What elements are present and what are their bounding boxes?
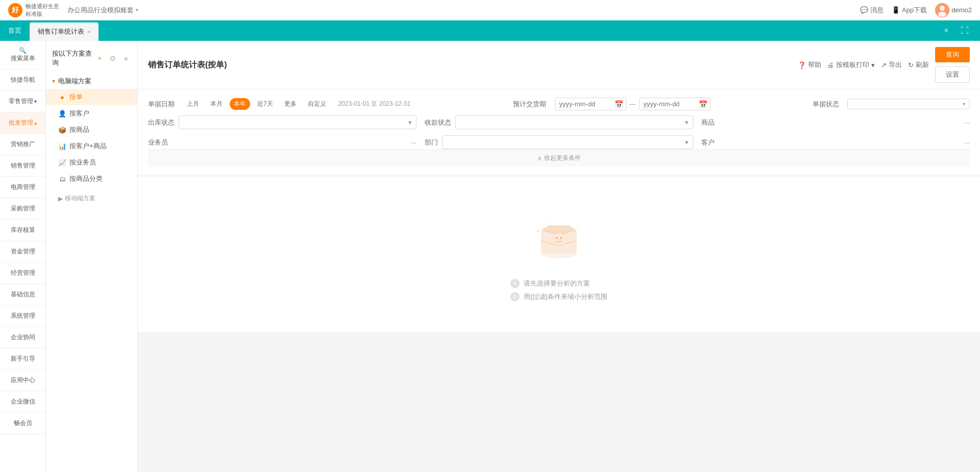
department-select[interactable]: ▾ xyxy=(442,135,693,149)
add-scheme-btn[interactable]: ＋ xyxy=(94,53,105,63)
sidebar-item-retail[interactable]: 零售管理 ▾ xyxy=(0,91,45,112)
panel-item-by-customer-product[interactable]: 📊 按客户+商品 xyxy=(46,138,137,154)
wholesale-arrow-icon: ▴ xyxy=(34,120,37,126)
outbound-label: 出库状态 xyxy=(148,118,175,127)
app-download-action[interactable]: 📱 App下载 xyxy=(892,6,927,15)
tab-close-btn[interactable]: × xyxy=(87,29,90,35)
section-expand-icon: ▾ xyxy=(52,78,55,85)
sidebar-item-enterprise[interactable]: 企业协同 xyxy=(0,327,45,348)
phone-icon: 📱 xyxy=(892,6,900,14)
print-icon: 🖨 xyxy=(827,61,834,69)
panel-item-by-order[interactable]: ● 按单 xyxy=(46,89,137,105)
tab-sales-order[interactable]: 销售订单统计表 × xyxy=(30,22,99,41)
by-staff-icon: 📈 xyxy=(58,158,66,167)
user-avatar xyxy=(935,3,949,17)
date-btn-more[interactable]: 更多 xyxy=(280,98,301,110)
query-action-group: 查询 设置 xyxy=(935,47,970,83)
collapse-panel-btn[interactable]: « xyxy=(121,53,131,63)
left-panel-actions: ＋ ⊙ « xyxy=(94,53,131,63)
date-btn-custom[interactable]: 自定义 xyxy=(304,98,330,110)
date-label: 单据日期 xyxy=(148,100,177,109)
panel-item-by-staff[interactable]: 📈 按业务员 xyxy=(46,154,137,171)
tab-expand-icon[interactable]: ⛶ xyxy=(958,23,972,38)
left-panel-header: 按以下方案查询 ＋ ⊙ « xyxy=(46,45,137,72)
desktop-section-header[interactable]: ▾ 电脑端方案 xyxy=(46,74,137,89)
by-category-icon: 🗂 xyxy=(58,175,66,183)
main-content: 销售订单统计表(按单) ❓ 帮助 🖨 按模板打印 ▾ ↗ 导出 ↻ 刷新 xyxy=(138,41,980,472)
filter-area: 单据日期 上月 本月 本年 近7天 更多 自定义 2023-01-01 至 20… xyxy=(138,89,980,175)
tab-bar: 首页 销售订单统计表 × × ⛶ xyxy=(0,20,980,41)
filter-customer: 客户 ··· xyxy=(701,135,970,149)
sidebar-item-marketing[interactable]: 营销推广 xyxy=(0,134,45,155)
customer-more-icon[interactable]: ··· xyxy=(964,138,970,147)
sidebar-item-inventory[interactable]: 库存核算 xyxy=(0,220,45,241)
svg-text:✦: ✦ xyxy=(544,220,546,223)
sidebar-item-wholesale[interactable]: 批发管理 ▴ xyxy=(0,112,45,134)
logo-area: 好 畅捷通好生意 标准版 xyxy=(8,3,59,17)
header-actions: ❓ 帮助 🖨 按模板打印 ▾ ↗ 导出 ↻ 刷新 查询 xyxy=(798,47,970,83)
tab-home[interactable]: 首页 xyxy=(0,20,30,41)
staff-more-icon[interactable]: ··· xyxy=(410,138,416,147)
collection-select[interactable]: ▾ xyxy=(455,115,693,129)
tab-bar-actions: × ⛶ xyxy=(939,23,980,38)
workspace-selector[interactable]: 办公用品行业模拟账套 ▾ xyxy=(63,6,142,15)
panel-item-by-product[interactable]: 📦 按商品 xyxy=(46,122,137,138)
top-bar: 好 畅捷通好生意 标准版 办公用品行业模拟账套 ▾ 💬 消息 📱 App下载 xyxy=(0,0,980,20)
collection-label: 收款状态 xyxy=(425,118,451,127)
delivery-date-group: 📅 — 📅 xyxy=(555,98,710,110)
sidebar-item-system[interactable]: 系统管理 xyxy=(0,305,45,327)
sidebar-item-basic[interactable]: 基础信息 xyxy=(0,284,45,305)
date-btn-this-month[interactable]: 本月 xyxy=(206,98,227,110)
user-area[interactable]: demo2 xyxy=(935,3,972,17)
order-status-label: 单据状态 xyxy=(813,100,841,109)
calendar-end-icon[interactable]: 📅 xyxy=(699,100,707,108)
export-btn[interactable]: ↗ 导出 xyxy=(881,60,902,69)
logo-text: 畅捷通好生意 标准版 xyxy=(26,3,59,17)
delivery-label: 预计交货期 xyxy=(513,100,549,109)
panel-item-by-category[interactable]: 🗂 按商品分类 xyxy=(46,171,137,187)
query-button[interactable]: 查询 xyxy=(935,47,970,62)
sidebar-item-newuser[interactable]: 新手引导 xyxy=(0,348,45,370)
top-bar-right: 💬 消息 📱 App下载 demo2 xyxy=(860,3,972,17)
help-btn[interactable]: ❓ 帮助 xyxy=(798,60,821,69)
sidebar-item-wechat[interactable]: 企业微信 xyxy=(0,391,45,413)
settings-scheme-btn[interactable]: ⊙ xyxy=(108,53,118,63)
template-print-btn[interactable]: 🖨 按模板打印 ▾ xyxy=(827,60,875,69)
main-layout: 🔍 搜索菜单 快捷导航 零售管理 ▾ 批发管理 ▴ 营销推广 销售管理 电商管理… xyxy=(0,41,980,472)
delivery-date-end: 📅 xyxy=(639,98,710,110)
collapse-bar[interactable]: ∧ 收起更多条件 xyxy=(148,149,970,167)
sidebar: 🔍 搜索菜单 快捷导航 零售管理 ▾ 批发管理 ▴ 营销推广 销售管理 电商管理… xyxy=(0,41,46,472)
sidebar-search[interactable]: 🔍 搜索菜单 xyxy=(0,41,45,69)
settings-button[interactable]: 设置 xyxy=(935,66,970,83)
by-customer-icon: 👤 xyxy=(58,109,66,117)
date-btn-7days[interactable]: 近7天 xyxy=(253,98,277,110)
sidebar-item-ecommerce[interactable]: 电商管理 xyxy=(0,177,45,198)
sidebar-item-purchase[interactable]: 采购管理 xyxy=(0,198,45,220)
date-btn-last-month[interactable]: 上月 xyxy=(183,98,203,110)
refresh-btn[interactable]: ↻ 刷新 xyxy=(908,60,929,69)
left-panel: 按以下方案查询 ＋ ⊙ « ▾ 电脑端方案 ● 按单 👤 按客户 📦 按商 xyxy=(46,41,138,472)
calendar-start-icon[interactable]: 📅 xyxy=(615,100,623,108)
message-action[interactable]: 💬 消息 xyxy=(860,6,884,15)
outbound-select[interactable]: ▾ xyxy=(179,115,416,129)
sidebar-item-appcenter[interactable]: 应用中心 xyxy=(0,370,45,391)
collection-chevron-icon: ▾ xyxy=(685,119,689,126)
panel-section-desktop: ▾ 电脑端方案 ● 按单 👤 按客户 📦 按商品 📊 按客户+商品 📈 按业 xyxy=(46,72,137,189)
sidebar-item-operation[interactable]: 经营管理 xyxy=(0,263,45,284)
svg-point-2 xyxy=(938,12,946,17)
panel-item-by-customer[interactable]: 👤 按客户 xyxy=(46,105,137,122)
sidebar-shortcuts[interactable]: 快捷导航 xyxy=(0,69,45,91)
by-product-icon: 📦 xyxy=(58,126,66,134)
date-btn-this-year[interactable]: 本年 xyxy=(230,98,250,110)
customer-label: 客户 xyxy=(701,138,715,147)
sidebar-item-sales[interactable]: 销售管理 xyxy=(0,155,45,177)
by-order-icon: ● xyxy=(58,93,66,101)
empty-steps: ① 请先选择要分析的方案 ② 用[过滤]条件来缩小分析范围 xyxy=(510,279,607,301)
sidebar-item-finance[interactable]: 资金管理 xyxy=(0,241,45,263)
mobile-section-header[interactable]: ▶ 移动端方案 xyxy=(52,191,137,206)
product-label: 商品 xyxy=(701,118,715,127)
sidebar-item-member[interactable]: 畅会员 xyxy=(0,413,45,434)
order-status-select[interactable]: ▾ xyxy=(847,99,970,109)
tab-close-window-icon[interactable]: × xyxy=(939,23,953,38)
product-more-icon[interactable]: ··· xyxy=(964,119,970,127)
